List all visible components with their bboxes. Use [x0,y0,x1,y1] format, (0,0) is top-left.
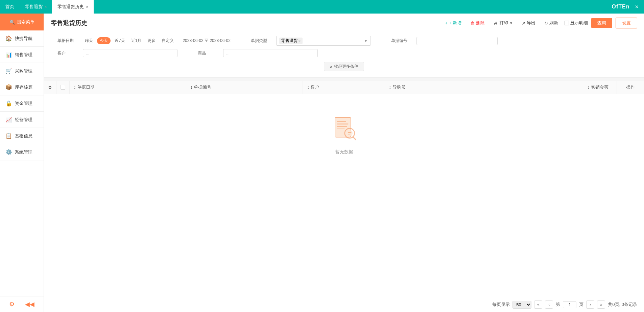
doc-type-select[interactable]: 零售退货 × ▼ [276,36,371,46]
tab-retail-return-history[interactable]: 零售退货历史 × [52,0,93,14]
sidebar-item-quick-nav-label: 快捷导航 [15,36,32,42]
sidebar-item-purchase-mgmt-label: 采购管理 [15,68,32,74]
per-page-label: 每页显示 [492,302,510,308]
page-number-input[interactable] [563,301,576,308]
date-btn-1month[interactable]: 近1月 [129,37,144,44]
th-doc-number-label: ↕ 单据编号 [190,85,211,90]
delete-icon: 🗑 [470,21,475,26]
date-btn-more[interactable]: 更多 [145,37,158,44]
empty-state: 暂无数据 [44,94,644,175]
table-settings-icon[interactable]: ⚙ [48,85,52,90]
next-page-icon: › [590,302,591,307]
data-table: ⚙ ↕ 单据日期 ↕ 单据编号 [44,81,644,94]
refresh-button[interactable]: ↻ 刷新 [542,19,561,27]
sidebar-item-finance-mgmt[interactable]: 🔒 资金管理 [0,95,44,112]
purchase-icon: 🛒 [5,68,12,74]
doc-number-label: 单据编号 [391,38,410,44]
settings-button[interactable]: 设置 [616,18,637,28]
next-page-button[interactable]: › [586,300,594,309]
show-detail-checkbox-box[interactable] [564,21,569,25]
home-icon: 🏠 [5,35,12,42]
th-actions-label: 操作 [626,85,635,90]
last-page-button[interactable]: » [597,300,605,309]
select-all-checkbox[interactable] [61,85,65,90]
tab-home[interactable]: 首页 [0,0,20,14]
date-filter-label: 单据日期 [57,38,76,44]
window-close-button[interactable]: × [635,3,639,10]
sales-icon: 📊 [5,51,12,58]
show-detail-checkbox[interactable]: 显示明细 [564,20,588,26]
main-layout: 🔍 搜索菜单 🏠 快捷导航 📊 销售管理 🛒 采购管理 📦 库存核算 🔒 资金管… [0,14,644,312]
sidebar-item-inventory-calc-label: 库存核算 [15,84,32,90]
th-customer: ↕ 客户 [303,81,385,94]
export-button[interactable]: ↗ 导出 [519,19,538,27]
svg-rect-1 [337,121,346,122]
sidebar-item-quick-nav[interactable]: 🏠 快捷导航 [0,30,44,47]
toolbar: + + 新增 🗑 删除 🖨 打印 ▼ ↗ 导出 [442,18,637,28]
svg-rect-4 [337,128,344,129]
svg-rect-9 [348,134,350,135]
first-page-icon: « [537,302,540,307]
sidebar-item-sales-mgmt[interactable]: 📊 销售管理 [0,47,44,63]
inventory-icon: 📦 [5,84,12,90]
goods-filter-label: 商品 [198,50,216,56]
tab-retail-return-close[interactable]: × [45,5,47,9]
th-settings[interactable]: ⚙ [44,81,56,94]
page-title-row: 零售退货历史 + + 新增 🗑 删除 🖨 打印 ▼ [51,18,637,28]
doc-number-input[interactable] [416,37,498,45]
sidebar-search[interactable]: 🔍 搜索菜单 [0,14,44,30]
audio-icon[interactable]: ◀◀ [25,300,34,308]
first-page-button[interactable]: « [534,300,542,309]
doc-type-arrow-icon: ▼ [364,39,368,43]
customer-filter-input[interactable]: ... [83,49,177,57]
date-btn-custom[interactable]: 自定义 [160,37,176,44]
doc-type-tag-remove[interactable]: × [299,39,301,43]
sidebar-item-sales-mgmt-label: 销售管理 [15,52,32,58]
query-button[interactable]: 查询 [591,18,612,28]
sidebar-item-system-mgmt-label: 系统管理 [15,149,32,155]
sidebar-item-operations-mgmt-label: 经营管理 [15,117,32,123]
th-doc-number: ↕ 单据编号 [186,81,303,94]
doc-type-tag: 零售退货 × [279,38,303,44]
sidebar-item-purchase-mgmt[interactable]: 🛒 采购管理 [0,63,44,79]
empty-icon [329,114,359,145]
refresh-icon: ↻ [544,21,548,26]
th-checkbox[interactable] [56,81,70,94]
svg-point-6 [347,130,353,136]
date-range-display: 2023-06-02 至 2023-06-02 [183,38,230,44]
new-button[interactable]: + + 新增 [442,19,464,27]
page-label: 第 [556,302,560,308]
th-guide-label: ↕ 导购员 [389,85,406,90]
goods-filter-input[interactable]: ... [223,49,318,57]
date-btn-yesterday[interactable]: 昨天 [83,37,95,44]
date-btn-7days[interactable]: 近7天 [113,37,127,44]
content-area: 零售退货历史 + + 新增 🗑 删除 🖨 打印 ▼ [44,14,644,312]
settings-gear-icon[interactable]: ⚙ [9,300,15,308]
tab-retail-return-history-close[interactable]: × [86,5,88,9]
print-button[interactable]: 🖨 打印 ▼ [491,19,516,27]
sidebar-item-inventory-calc[interactable]: 📦 库存核算 [0,79,44,95]
th-actual-amount-label: ↕ 实销金额 [588,85,609,90]
system-icon: ⚙️ [5,149,12,155]
sidebar-item-operations-mgmt[interactable]: 📈 经营管理 [0,112,44,128]
sidebar-item-system-mgmt[interactable]: ⚙️ 系统管理 [0,144,44,160]
delete-button[interactable]: 🗑 删除 [468,19,487,27]
tab-retail-return[interactable]: 零售退货 × [20,0,52,14]
per-page-select[interactable]: 50 10 20 100 [512,301,531,309]
show-detail-label: 显示明细 [570,20,588,26]
collapse-button[interactable]: ∧ 收起更多条件 [324,62,364,71]
date-btn-today[interactable]: 今天 [97,37,111,44]
print-icon: 🖨 [494,21,498,26]
sidebar-item-basic-info[interactable]: 📋 基础信息 [0,128,44,144]
sidebar-item-basic-info-label: 基础信息 [15,133,32,139]
tab-retail-return-label: 零售退货 [25,4,43,10]
search-icon: 🔍 [9,20,15,25]
filter-collapse-row: ∧ 收起更多条件 [57,61,630,74]
prev-page-button[interactable]: ‹ [545,300,553,309]
svg-line-7 [353,137,356,140]
tab-retail-return-history-label: 零售退货历史 [57,4,84,10]
table-header: ⚙ ↕ 单据日期 ↕ 单据编号 [44,81,644,94]
finance-icon: 🔒 [5,100,12,107]
table-container: ⚙ ↕ 单据日期 ↕ 单据编号 [44,81,644,297]
th-customer-label: ↕ 客户 [307,85,319,90]
